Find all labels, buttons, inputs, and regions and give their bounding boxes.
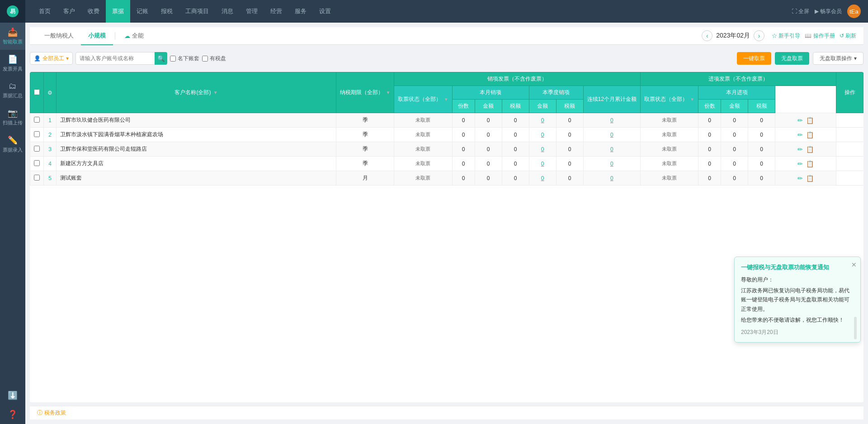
table-row: 3 卫辉市保和堂医药有限公司走辊路店 季 未取票 0 0 0 0 0 0 未取票… bbox=[30, 142, 863, 157]
notification-title: 一键报税与无盘取票功能恢复通知 bbox=[741, 262, 854, 272]
tax-period-filter-icon[interactable]: ▼ bbox=[386, 90, 390, 95]
tab-divider bbox=[115, 32, 115, 39]
row-actions-cell: ✏ 📋 bbox=[775, 142, 836, 157]
select-icon: 👤 bbox=[34, 55, 41, 62]
my-accounts-filter[interactable]: 名下账套 bbox=[170, 55, 199, 62]
row-mp-amount-cell: 0 bbox=[721, 113, 748, 128]
refresh-icon: ↺ bbox=[840, 33, 844, 39]
no-disk-fetch-button[interactable]: 无盘取票 bbox=[775, 52, 809, 65]
row-qs-amount-cell: 0 bbox=[529, 113, 556, 128]
nav-business[interactable]: 工商项目 bbox=[179, 0, 215, 23]
edit-icon[interactable]: ✏ bbox=[797, 175, 803, 182]
invoice-table-body: 1 卫辉市玖玖健合医药有限公司 季 未取票 0 0 0 0 0 0 未取票 0 … bbox=[30, 113, 863, 186]
row-qs-amount-cell: 0 bbox=[529, 171, 556, 186]
edit-icon[interactable]: ✏ bbox=[797, 146, 803, 153]
search-button[interactable]: 🔍 bbox=[155, 52, 167, 65]
sidebar-item-label: 发票开具 bbox=[3, 66, 23, 72]
invoice-entry-icon: ✏️ bbox=[8, 135, 18, 145]
nav-operations[interactable]: 经营 bbox=[264, 0, 288, 23]
mp-tax-header: 税额 bbox=[748, 100, 775, 113]
prev-month-button[interactable]: ‹ bbox=[702, 30, 712, 41]
row-ms-amount-cell: 0 bbox=[475, 128, 502, 142]
nav-bookkeeping[interactable]: 记账 bbox=[130, 0, 155, 23]
tax-period-col-header: 纳税期限（全部） ▼ bbox=[336, 72, 394, 113]
one-click-fetch-button[interactable]: 一键取票 bbox=[737, 52, 771, 65]
notification-close-button[interactable]: ✕ bbox=[851, 260, 857, 271]
row-checkbox[interactable] bbox=[34, 117, 40, 123]
select-all-checkbox[interactable] bbox=[34, 89, 40, 95]
tab-bar-row: 一般纳税人 小规模 ☁ 全能 ‹ 2023年02月 › ☆ 新手引导 📖 bbox=[30, 27, 863, 45]
sidebar-item-smart-fetch[interactable]: 📥 智能取票 bbox=[0, 23, 25, 50]
row-checkbox[interactable] bbox=[34, 175, 40, 181]
edit-icon[interactable]: ✏ bbox=[797, 131, 803, 138]
sidebar-item-download[interactable]: ⬇️ bbox=[8, 386, 18, 405]
nav-collection[interactable]: 收费 bbox=[81, 0, 106, 23]
info-icon: ⓘ bbox=[37, 409, 42, 417]
sales-status-filter-icon[interactable]: ▼ bbox=[444, 97, 448, 102]
fullscreen-button[interactable]: ⛶ 全屏 bbox=[792, 8, 809, 15]
row-checkbox[interactable] bbox=[34, 131, 40, 137]
tab-small[interactable]: 小规模 bbox=[81, 27, 113, 45]
row-checkbox[interactable] bbox=[34, 146, 40, 152]
row-purchase-status-cell: 未取票 bbox=[640, 128, 698, 142]
nav-message[interactable]: 消息 bbox=[215, 0, 240, 23]
member-button[interactable]: ▶ 畅享会员 bbox=[815, 8, 842, 15]
has-taxdisk-filter[interactable]: 有税盘 bbox=[202, 55, 226, 62]
detail-icon[interactable]: 📋 bbox=[806, 131, 814, 138]
settings-icon[interactable]: ⚙ bbox=[47, 90, 52, 96]
detail-icon[interactable]: 📋 bbox=[806, 117, 814, 124]
scan-upload-icon: 📷 bbox=[8, 108, 18, 118]
row-customer-cell: 测试账套 bbox=[57, 171, 336, 186]
month-navigator: ‹ 2023年02月 › bbox=[702, 30, 764, 41]
row-mp-count-cell: 0 bbox=[698, 142, 721, 157]
has-taxdisk-checkbox[interactable] bbox=[202, 56, 208, 62]
nav-tax[interactable]: 报税 bbox=[155, 0, 179, 23]
sidebar-item-help[interactable]: ❓ bbox=[8, 405, 18, 424]
customer-filter-icon[interactable]: ▼ bbox=[213, 90, 218, 95]
nav-service[interactable]: 服务 bbox=[288, 0, 313, 23]
nav-tickets[interactable]: 票据 bbox=[106, 0, 130, 23]
detail-icon[interactable]: 📋 bbox=[806, 160, 814, 167]
tax-policy-link[interactable]: 税务政策 bbox=[44, 409, 66, 417]
row-checkbox[interactable] bbox=[34, 160, 40, 166]
new-guide-link[interactable]: ☆ 新手引导 bbox=[772, 32, 800, 40]
nav-customer[interactable]: 客户 bbox=[57, 0, 81, 23]
edit-icon[interactable]: ✏ bbox=[797, 160, 803, 167]
detail-icon[interactable]: 📋 bbox=[806, 175, 814, 182]
row-checkbox-cell[interactable] bbox=[30, 128, 44, 142]
nav-settings[interactable]: 设置 bbox=[313, 0, 337, 23]
sidebar-item-invoice-summary[interactable]: 🗂 票据汇总 bbox=[0, 77, 25, 104]
sidebar-item-label: 票据汇总 bbox=[3, 92, 23, 99]
top-right-actions: ☆ 新手引导 📖 操作手册 ↺ 刷新 bbox=[772, 32, 856, 40]
row-checkbox-cell[interactable] bbox=[30, 157, 44, 171]
nav-home[interactable]: 首页 bbox=[33, 0, 57, 23]
notification-greeting: 尊敬的用户： bbox=[741, 275, 854, 284]
edit-icon[interactable]: ✏ bbox=[797, 117, 803, 124]
row-mp-amount-cell: 0 bbox=[721, 171, 748, 186]
tab-all[interactable]: ☁ 全能 bbox=[117, 27, 151, 45]
next-month-button[interactable]: › bbox=[754, 30, 764, 41]
purchase-status-filter-icon[interactable]: ▼ bbox=[690, 97, 694, 102]
row-checkbox-cell[interactable] bbox=[30, 142, 44, 157]
tab-general[interactable]: 一般纳税人 bbox=[37, 27, 81, 45]
nav-management[interactable]: 管理 bbox=[240, 0, 264, 23]
row-cumulative-cell: 0 bbox=[583, 142, 640, 157]
search-input[interactable] bbox=[75, 52, 157, 65]
sidebar-item-invoice-entry[interactable]: ✏️ 票据录入 bbox=[0, 131, 25, 158]
my-accounts-checkbox[interactable] bbox=[170, 56, 176, 62]
sidebar-item-issue-invoice[interactable]: 📄 发票开具 bbox=[0, 50, 25, 77]
manual-link[interactable]: 📖 操作手册 bbox=[805, 32, 835, 40]
sidebar-item-scan-upload[interactable]: 📷 扫描上传 bbox=[0, 104, 25, 131]
detail-icon[interactable]: 📋 bbox=[806, 146, 814, 153]
notification-date: 2023年3月20日 bbox=[741, 328, 854, 337]
book-icon: 📖 bbox=[805, 33, 811, 39]
row-mp-tax-cell: 0 bbox=[748, 142, 775, 157]
row-ms-count-cell: 0 bbox=[452, 157, 475, 171]
no-disk-ops-button[interactable]: 无盘取票操作 ▾ bbox=[813, 52, 863, 65]
avatar[interactable]: tEa bbox=[847, 5, 861, 18]
row-checkbox-cell[interactable] bbox=[30, 113, 44, 128]
employee-select[interactable]: 👤 全部员工 ▾ bbox=[30, 52, 73, 65]
refresh-link[interactable]: ↺ 刷新 bbox=[840, 32, 856, 40]
row-index-cell: 3 bbox=[44, 142, 57, 157]
row-checkbox-cell[interactable] bbox=[30, 171, 44, 186]
